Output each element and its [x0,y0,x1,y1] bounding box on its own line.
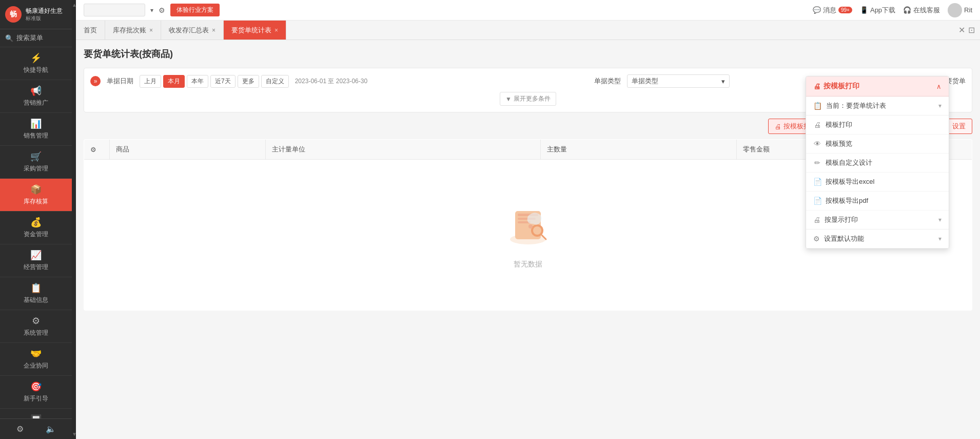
sidebar-logo: 畅 畅康通好生意 标准版 [0,0,72,29]
user-name: Rit [964,6,972,14]
date-filter-label: 单据日期 [107,77,133,86]
template-export-excel-label: 按模板导出excel [826,177,874,186]
template-print-item[interactable]: 🖨 模板打印 [806,116,949,135]
set-default-icon: ⚙ [813,235,820,243]
template-design-item[interactable]: ✏ 模板自定义设计 [806,154,949,173]
date-btn-last-7-days[interactable]: 近7天 [210,75,236,88]
header-search-box [84,4,145,16]
display-print-section[interactable]: 🖨 按显示打印 ▾ [806,211,949,230]
search-menu[interactable]: 🔍 搜索菜单 [0,29,72,47]
sidebar-item-basic[interactable]: 📋 基础信息 [0,277,72,310]
svg-point-6 [533,226,541,235]
settings-btn[interactable]: 设置 [946,119,972,134]
header-gear-icon[interactable]: ⚙ [159,6,165,14]
message-btn[interactable]: 💬 消息 99+ [813,6,852,15]
window-maximize-btn[interactable]: ⊡ [968,25,975,35]
sidebar-item-app-center[interactable]: 🔲 应用中心 [0,409,72,418]
sidebar: 畅 畅康通好生意 标准版 🔍 搜索菜单 ⚡ 快捷导航 📢 营销推广 📊 销售管理… [0,0,72,439]
sidebar-item-label: 企业协同 [24,361,48,370]
purchase-icon: 🛒 [30,151,42,162]
message-label: 消息 [823,6,836,15]
template-preview-icon: 👁 [813,140,821,148]
tab-collection-summary-close[interactable]: × [212,27,215,34]
settings-footer-icon[interactable]: ⚙ [16,424,24,434]
sidebar-item-label: 基础信息 [24,296,48,304]
scroll-up-btn[interactable]: ▲ [72,0,76,10]
app-center-icon: 🔲 [30,414,42,418]
user-avatar-area[interactable]: Rit [948,3,972,17]
header-search-text [89,6,108,14]
trial-button[interactable]: 体验行业方案 [170,4,220,16]
sidebar-item-purchase[interactable]: 🛒 采购管理 [0,146,72,179]
online-service-btn[interactable]: 🎧 在线客服 [903,6,940,15]
empty-text: 暂无数据 [514,260,542,269]
scroll-down-btn[interactable]: ▼ [72,429,76,439]
set-default-label: 设置默认功能 [824,234,864,243]
online-service-label: 在线客服 [913,6,940,15]
col-settings[interactable]: ⚙ [84,140,110,160]
sidebar-item-operations[interactable]: 📈 经营管理 [0,244,72,277]
date-btn-more[interactable]: 更多 [238,75,259,88]
dropdown-close-btn[interactable]: ∧ [936,83,942,90]
col-quantity: 主数量 [541,140,737,160]
sidebar-item-label: 采购管理 [24,164,48,173]
sidebar-item-label: 新手引导 [24,394,48,403]
expand-conditions-btn[interactable]: ▼ 展开更多条件 [500,92,556,106]
display-print-icon: 🖨 [813,216,820,224]
expand-arrow-icon: ▼ [505,96,512,103]
speaker-footer-icon[interactable]: 🔈 [46,424,56,434]
tab-order-stats-close[interactable]: × [275,27,278,34]
date-btn-custom[interactable]: 自定义 [261,75,289,88]
tab-order-stats[interactable]: 要货单统计表 × [224,21,286,40]
guide-icon: 🎯 [30,381,42,392]
online-service-icon: 🎧 [903,6,911,14]
header: ▾ ⚙ 体验行业方案 💬 消息 99+ 📱 App下载 🎧 在线客服 Rit [76,0,980,21]
date-btn-last-month[interactable]: 上月 [140,75,161,88]
sidebar-item-sales[interactable]: 📊 销售管理 [0,113,72,146]
display-print-label: 按显示打印 [825,215,858,224]
sidebar-item-guide[interactable]: 🎯 新手引导 [0,376,72,409]
tab-bar: 首页 库存批次账 × 收发存汇总表 × 要货单统计表 × ✕ ⊡ [76,21,980,40]
app-download-label: App下载 [870,6,895,15]
template-export-pdf-item[interactable]: 📄 按模板导出pdf [806,192,949,211]
svg-point-8 [528,224,533,228]
current-template-item[interactable]: 📋 当前：要货单统计表 ▾ [806,97,949,116]
date-btn-current-year[interactable]: 本年 [187,75,208,88]
set-default-section[interactable]: ⚙ 设置默认功能 ▾ [806,230,949,249]
sidebar-item-finance[interactable]: 💰 资金管理 [0,212,72,244]
expand-btn-label: 展开更多条件 [514,94,551,103]
header-dropdown-icon[interactable]: ▾ [150,7,153,14]
sidebar-item-label: 系统管理 [24,329,48,337]
date-buttons: 上月 本月 本年 近7天 更多 自定义 [140,75,289,88]
col-unit: 主计量单位 [266,140,541,160]
app-name: 畅康通好生意 [26,7,63,15]
tab-home[interactable]: 首页 [76,21,105,40]
date-btn-current-month[interactable]: 本月 [163,75,185,88]
expand-icon[interactable]: » [90,76,101,86]
sidebar-footer: ⚙ 🔈 [0,418,72,439]
tab-batch-accounts-close[interactable]: × [149,27,153,34]
type-select[interactable]: 单据类型 ▾ [627,74,730,88]
set-default-arrow: ▾ [938,235,942,242]
main-content: ▾ ⚙ 体验行业方案 💬 消息 99+ 📱 App下载 🎧 在线客服 Rit [76,0,980,439]
date-range-display: 2023-06-01 至 2023-06-30 [295,77,367,86]
inventory-icon: 📦 [30,184,42,195]
tab-batch-accounts[interactable]: 库存批次账 × [105,21,161,40]
operations-icon: 📈 [30,250,42,261]
template-export-excel-item[interactable]: 📄 按模板导出excel [806,173,949,192]
print-icon: 🖨 [775,123,781,130]
sidebar-item-inventory[interactable]: 📦 库存核算 [0,179,72,212]
app-version: 标准版 [26,15,63,22]
template-preview-item[interactable]: 👁 模板预览 [806,135,949,154]
header-right: 💬 消息 99+ 📱 App下载 🎧 在线客服 Rit [813,3,972,17]
sidebar-scrollbar: ▲ ▼ [72,0,76,439]
app-download-btn[interactable]: 📱 App下载 [860,6,895,15]
sidebar-item-quick-nav[interactable]: ⚡ 快捷导航 [0,47,72,80]
tab-collection-summary[interactable]: 收发存汇总表 × [161,21,224,40]
current-template-icon: 📋 [813,102,822,110]
window-close-btn[interactable]: ✕ [958,25,965,35]
sidebar-item-marketing[interactable]: 📢 营销推广 [0,80,72,113]
sidebar-item-enterprise[interactable]: 🤝 企业协同 [0,343,72,376]
template-export-pdf-icon: 📄 [813,197,821,205]
sidebar-item-system[interactable]: ⚙ 系统管理 [0,310,72,343]
